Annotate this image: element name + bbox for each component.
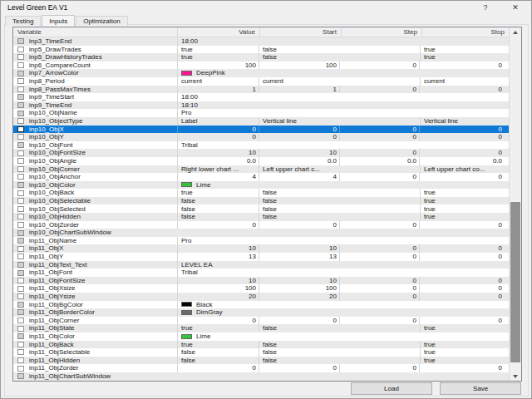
table-row[interactable]: inp10_ObjFontTribal	[13, 141, 509, 150]
table-row[interactable]: inp10_ObjZorder0000	[13, 221, 509, 229]
variable-cell[interactable]: inp10_ObjSelected	[13, 204, 178, 213]
step-cell[interactable]: 0	[339, 277, 420, 285]
value-cell[interactable]: current	[177, 77, 259, 86]
stop-cell[interactable]	[421, 109, 508, 117]
step-cell[interactable]	[341, 101, 421, 110]
value-cell[interactable]	[178, 372, 260, 381]
start-cell[interactable]: 100	[259, 284, 340, 293]
stop-cell[interactable]: 0	[419, 244, 505, 253]
variable-cell[interactable]: inp11_ObjXsize	[13, 284, 178, 293]
value-cell[interactable]: 0	[177, 126, 259, 134]
table-row[interactable]: inp8_Periodcurrentcurrentcurrent	[13, 77, 509, 86]
table-row[interactable]: inp5_DrawHistoryTradestruefalsetrue	[13, 53, 509, 62]
table-row[interactable]: inp10_ObjHiddenfalsefalsetrue	[13, 213, 509, 221]
checkbox-gray-icon[interactable]	[17, 38, 24, 44]
variable-cell[interactable]: inp11_ObjFont	[13, 268, 178, 277]
value-cell[interactable]: 10	[177, 277, 259, 285]
start-cell[interactable]	[259, 37, 341, 46]
value-cell[interactable]: 10	[177, 149, 259, 157]
value-cell[interactable]: true	[177, 324, 259, 332]
step-cell[interactable]	[340, 204, 421, 213]
table-row[interactable]: inp11_ObjColorLime	[13, 332, 509, 341]
value-cell[interactable]: Pro	[177, 237, 259, 245]
stop-cell[interactable]: 0	[419, 221, 505, 229]
start-cell[interactable]: false	[259, 348, 340, 357]
checkbox-gray-icon[interactable]	[17, 102, 24, 108]
checkbox-gray-icon[interactable]	[17, 309, 24, 315]
start-cell[interactable]: 1	[259, 86, 340, 94]
variable-cell[interactable]: inp10_ObjAngle	[13, 157, 178, 165]
step-cell[interactable]: 0	[339, 293, 420, 301]
step-cell[interactable]: 0	[339, 149, 420, 157]
step-cell[interactable]: 0	[339, 126, 420, 134]
variable-cell[interactable]: inp10_ObjSelectable	[13, 197, 178, 205]
close-button[interactable]: ✕	[506, 3, 525, 12]
table-row[interactable]: inp10_ObjAngle0.00.00.00.0	[13, 157, 509, 165]
scrollbar-thumb[interactable]	[510, 202, 520, 362]
table-row[interactable]: inp11_ObjHiddenfalsefalsetrue	[13, 357, 509, 365]
variable-cell[interactable]: inp11_ObjBack	[13, 341, 178, 349]
start-cell[interactable]: false	[259, 197, 340, 205]
variable-cell[interactable]: inp3_TimeEnd	[13, 37, 178, 46]
checkbox-empty-icon[interactable]	[17, 278, 24, 283]
value-cell[interactable]: false	[177, 357, 259, 365]
checkbox-empty-icon[interactable]	[17, 342, 24, 347]
step-cell[interactable]	[340, 357, 421, 365]
table-row[interactable]: inp3_TimeEnd18:00	[13, 37, 509, 46]
value-cell[interactable]: Lime	[177, 181, 259, 190]
value-cell[interactable]: Lime	[177, 332, 259, 341]
tab-testing[interactable]: Testing	[5, 16, 41, 26]
step-cell[interactable]	[342, 229, 422, 237]
value-cell[interactable]: 10	[177, 244, 259, 253]
step-cell[interactable]	[341, 37, 421, 46]
table-row[interactable]: inp7_ArrowColorDeepPink	[13, 69, 509, 77]
stop-cell[interactable]: true	[420, 189, 506, 197]
value-cell[interactable]: 20	[177, 293, 259, 301]
step-cell[interactable]	[340, 348, 421, 357]
value-cell[interactable]: false	[177, 348, 259, 357]
variable-cell[interactable]: inp11_ObjYsize	[13, 293, 178, 301]
value-cell[interactable]: DeepPink	[177, 69, 259, 77]
table-row[interactable]: inp11_ObjBorderColorDimGray	[13, 308, 509, 317]
value-cell[interactable]: 100	[177, 62, 259, 70]
checkbox-empty-icon[interactable]	[17, 47, 24, 52]
stop-cell[interactable]: true	[420, 46, 506, 54]
variable-cell[interactable]: inp11_ObjY	[13, 253, 178, 261]
stop-cell[interactable]: 0	[419, 173, 505, 181]
variable-cell[interactable]: inp10_ObjAnchor	[13, 173, 178, 181]
checkbox-empty-icon[interactable]	[17, 254, 24, 259]
stop-cell[interactable]: 0	[419, 317, 505, 325]
start-cell[interactable]: false	[259, 46, 340, 54]
stop-cell[interactable]: 0	[419, 364, 505, 372]
start-cell[interactable]	[259, 69, 341, 77]
step-cell[interactable]: 0	[339, 133, 420, 141]
step-cell[interactable]	[340, 77, 421, 86]
start-cell[interactable]: 13	[259, 253, 340, 261]
step-cell[interactable]	[341, 93, 421, 101]
step-cell[interactable]: 0.0	[339, 157, 420, 165]
start-cell[interactable]: false	[259, 189, 340, 197]
variable-cell[interactable]: inp10_ObjCorner	[13, 165, 178, 174]
value-cell[interactable]: false	[177, 213, 259, 221]
variable-cell[interactable]: inp5_DrawHistoryTrades	[13, 53, 178, 62]
checkbox-empty-icon[interactable]	[17, 349, 24, 355]
checkbox-gray-icon[interactable]	[17, 230, 24, 236]
checkbox-gray-icon[interactable]	[17, 238, 24, 244]
stop-cell[interactable]	[422, 372, 509, 381]
stop-cell[interactable]: 0	[419, 284, 505, 293]
stop-cell[interactable]: current	[420, 77, 506, 86]
table-row[interactable]: inp10_ObjChartSubWindow	[13, 229, 509, 237]
stop-cell[interactable]: 0	[419, 149, 505, 157]
stop-cell[interactable]	[421, 301, 508, 309]
stop-cell[interactable]: 0	[419, 277, 505, 285]
value-cell[interactable]: true	[177, 189, 259, 197]
table-row[interactable]: inp10_ObjAnchor4400	[13, 173, 509, 181]
step-cell[interactable]	[340, 189, 421, 197]
start-cell[interactable]: false	[259, 357, 340, 365]
variable-cell[interactable]: inp11_ObjBorderColor	[13, 308, 178, 317]
variable-cell[interactable]: inp5_DrawTrades	[13, 46, 178, 54]
variable-cell[interactable]: inp11_ObjChartSubWindow	[13, 372, 178, 381]
value-cell[interactable]: Pro	[177, 109, 259, 117]
checkbox-gray-icon[interactable]	[17, 373, 24, 379]
checkbox-empty-icon[interactable]	[17, 286, 24, 292]
